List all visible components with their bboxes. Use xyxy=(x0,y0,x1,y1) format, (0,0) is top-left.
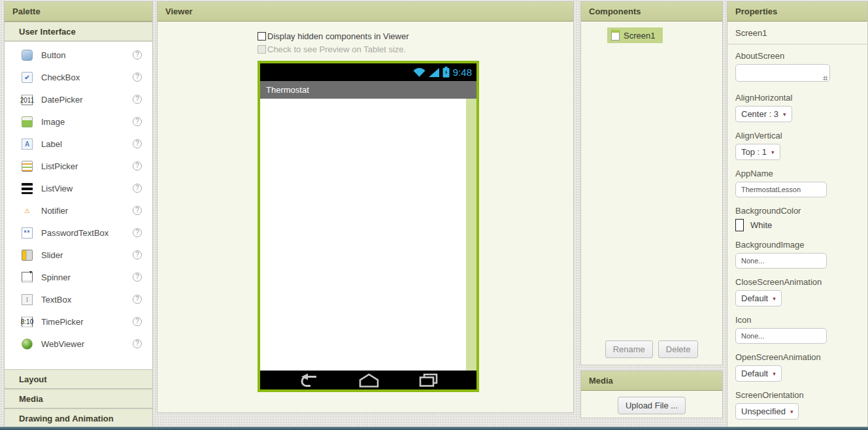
field-alignvertical: AlignVertical Top : 1 xyxy=(735,131,860,160)
help-icon[interactable]: ? xyxy=(133,228,142,237)
timepicker-icon: 8:10 xyxy=(22,316,33,327)
palette-item-label[interactable]: A Label ? xyxy=(5,133,152,155)
help-icon[interactable]: ? xyxy=(133,73,142,82)
tablet-preview-label: Check to see Preview on Tablet size. xyxy=(267,44,406,54)
help-icon[interactable]: ? xyxy=(133,139,142,148)
home-icon xyxy=(358,373,380,388)
datepicker-icon: 2011 xyxy=(22,94,33,105)
palette-item-listpicker[interactable]: ListPicker ? xyxy=(5,155,152,177)
components-panel: Components Screen1 Rename Delete xyxy=(580,1,723,365)
phone-status-bar: 9:48 xyxy=(260,63,476,81)
media-title: Media xyxy=(589,376,613,386)
media-header: Media xyxy=(581,371,722,391)
help-icon[interactable]: ? xyxy=(133,273,142,282)
status-time: 9:48 xyxy=(453,67,472,78)
screen-green-strip xyxy=(466,99,476,371)
display-hidden-checkbox[interactable] xyxy=(258,32,266,41)
display-hidden-label: Display hidden components in Viewer xyxy=(267,31,409,41)
palette-panel: Palette User Interface Button ? ✔ CheckB… xyxy=(4,1,153,429)
section-drawing-animation[interactable]: Drawing and Animation xyxy=(5,408,152,428)
palette-item-datepicker[interactable]: 2011 DatePicker ? xyxy=(5,88,152,110)
help-icon[interactable]: ? xyxy=(133,250,142,259)
recents-icon xyxy=(419,373,438,387)
components-tree: Screen1 Rename Delete xyxy=(581,22,722,365)
section-layout[interactable]: Layout xyxy=(5,369,152,389)
tree-item-screen1[interactable]: Screen1 xyxy=(607,27,663,43)
webviewer-icon xyxy=(22,339,33,350)
listpicker-icon xyxy=(22,161,33,172)
battery-icon xyxy=(442,67,450,78)
spinner-icon xyxy=(22,272,33,283)
palette-item-checkbox[interactable]: ✔ CheckBox ? xyxy=(5,66,152,88)
components-title: Components xyxy=(589,7,641,16)
field-backgroundcolor: BackgroundColor White xyxy=(735,206,860,231)
appname-input[interactable] xyxy=(735,182,827,197)
phone-app-title: Thermostat xyxy=(266,85,309,95)
rename-button[interactable]: Rename xyxy=(605,340,653,358)
openscreenanimation-dropdown[interactable]: Default xyxy=(735,365,782,382)
backgroundcolor-swatch[interactable] xyxy=(735,219,744,231)
field-openscreenanimation: OpenScreenAnimation Default xyxy=(735,352,860,382)
palette-item-list: Button ? ✔ CheckBox ? 2011 DatePicker ? … xyxy=(5,41,152,369)
passwordtextbox-icon: ** xyxy=(22,227,33,239)
tablet-preview-checkbox[interactable] xyxy=(258,45,266,54)
help-icon[interactable]: ? xyxy=(133,206,142,215)
phone-screen-body xyxy=(260,99,476,371)
component-actions: Rename Delete xyxy=(581,340,722,358)
alignhorizontal-dropdown[interactable]: Center : 3 xyxy=(735,106,792,122)
checkbox-icon: ✔ xyxy=(22,72,33,83)
palette-item-notifier[interactable]: ⚠ Notifier ? xyxy=(5,199,152,222)
palette-item-spinner[interactable]: Spinner ? xyxy=(5,266,152,288)
upload-file-button[interactable]: Upload File ... xyxy=(618,397,686,414)
section-media[interactable]: Media xyxy=(5,389,152,408)
palette-item-listview[interactable]: ListView ? xyxy=(5,177,152,199)
screen-icon xyxy=(611,30,620,41)
alignvertical-dropdown[interactable]: Top : 1 xyxy=(735,144,780,160)
palette-item-button[interactable]: Button ? xyxy=(5,44,152,66)
palette-item-webviewer[interactable]: WebViewer ? xyxy=(5,333,152,355)
button-icon xyxy=(22,50,33,61)
help-icon[interactable]: ? xyxy=(133,184,142,193)
notifier-icon: ⚠ xyxy=(22,205,33,216)
palette-item-slider[interactable]: Slider ? xyxy=(5,244,152,266)
components-header: Components xyxy=(581,2,722,22)
wifi-icon xyxy=(413,67,426,77)
tablet-preview-row: Check to see Preview on Tablet size. xyxy=(258,42,573,56)
field-icon: Icon xyxy=(735,315,860,344)
field-screenorientation: ScreenOrientation Unspecified xyxy=(735,390,860,420)
palette-item-passwordtextbox[interactable]: ** PasswordTextBox ? xyxy=(5,222,152,244)
palette-item-timepicker[interactable]: 8:10 TimePicker ? xyxy=(5,310,152,333)
section-user-interface[interactable]: User Interface xyxy=(5,22,152,41)
field-alignhorizontal: AlignHorizontal Center : 3 xyxy=(735,93,860,122)
properties-fields: AboutScreen AlignHorizontal Center : 3 A… xyxy=(727,44,867,425)
closescreenanimation-dropdown[interactable]: Default xyxy=(735,290,782,306)
help-icon[interactable]: ? xyxy=(133,295,142,304)
viewer-panel: Viewer Display hidden components in View… xyxy=(157,1,574,413)
field-closescreenanimation: CloseScreenAnimation Default xyxy=(735,277,860,306)
palette-item-image[interactable]: Image ? xyxy=(5,110,152,133)
help-icon[interactable]: ? xyxy=(133,339,142,348)
screen-canvas[interactable] xyxy=(260,99,466,371)
phone-mockup: 9:48 Thermostat xyxy=(258,61,479,392)
icon-input[interactable] xyxy=(735,328,827,344)
label-icon: A xyxy=(22,139,33,150)
help-icon[interactable]: ? xyxy=(133,161,142,171)
help-icon[interactable]: ? xyxy=(133,317,142,326)
help-icon[interactable]: ? xyxy=(133,117,142,126)
screenorientation-dropdown[interactable]: Unspecified xyxy=(735,403,799,420)
palette-item-textbox[interactable]: I TextBox ? xyxy=(5,288,152,310)
signal-strength-icon xyxy=(429,68,439,77)
backgroundcolor-value[interactable]: White xyxy=(750,220,772,230)
viewer-title: Viewer xyxy=(165,7,193,16)
palette-title: Palette xyxy=(12,7,41,16)
listview-icon xyxy=(22,183,33,194)
viewer-header: Viewer xyxy=(158,2,573,22)
aboutscreen-textarea[interactable] xyxy=(735,64,830,82)
field-backgroundimage: BackgroundImage xyxy=(735,240,860,269)
help-icon[interactable]: ? xyxy=(133,50,142,59)
properties-header: Properties xyxy=(727,2,867,22)
selected-component-name: Screen1 xyxy=(727,22,867,44)
help-icon[interactable]: ? xyxy=(133,95,142,104)
backgroundimage-input[interactable] xyxy=(735,253,827,269)
delete-button[interactable]: Delete xyxy=(658,340,699,358)
